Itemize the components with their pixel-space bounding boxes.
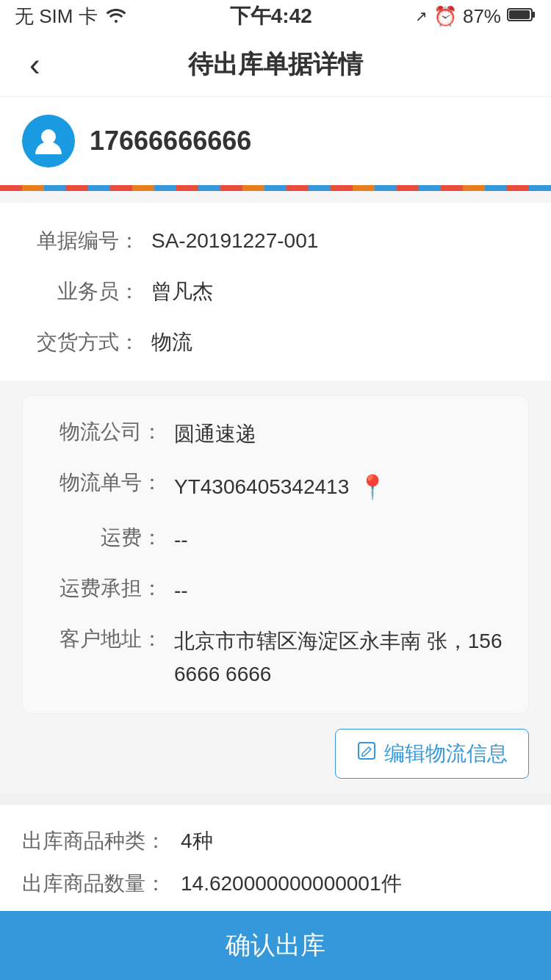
edit-logistics-button[interactable]: 编辑物流信息 [335,729,529,779]
battery-percentage: 87% [463,5,501,28]
freight-label: 运费： [45,524,162,552]
edit-icon [356,741,377,766]
confirm-button-label: 确认出库 [226,931,325,959]
alarm-icon: ⏰ [433,5,457,28]
status-left: 无 SIM 卡 [15,4,127,29]
page-title: 待出库单据详情 [188,48,363,82]
svg-rect-4 [359,743,375,759]
nav-bar: ‹ 待出库单据详情 [0,32,551,97]
customer-phone: 17666666666 [90,126,251,156]
location-indicator: ↗ [415,7,428,25]
types-value: 4种 [181,827,213,855]
sim-label: 无 SIM 卡 [15,4,98,29]
section-divider [0,793,551,805]
document-number-label: 单据编号： [22,225,140,258]
document-number-row: 单据编号： SA-20191227-001 [22,225,529,258]
customer-header: 17666666666 [0,97,551,185]
status-bar: 无 SIM 卡 下午4:42 ↗ ⏰ 87% [0,0,551,32]
address-label: 客户地址： [45,625,162,653]
freight-bearer-row: 运费承担： -- [45,574,506,608]
edit-logistics-label: 编辑物流信息 [384,740,508,768]
freight-bearer-value: -- [174,574,506,608]
quantity-label: 出库商品数量： [22,870,169,898]
colorful-divider [0,185,551,191]
freight-row: 运费： -- [45,524,506,557]
logistics-tracking-row: 物流单号： YT4306405342413 📍 [45,469,506,506]
edit-logistics-area: 编辑物流信息 [22,729,529,779]
logistics-tracking-label: 物流单号： [45,469,162,497]
types-label: 出库商品种类： [22,827,169,855]
tracking-number: YT4306405342413 [174,471,349,504]
salesperson-value: 曾凡杰 [151,275,529,309]
confirm-button-area[interactable]: 确认出库 [0,911,551,980]
logistics-card: 物流公司： 圆通速递 物流单号： YT4306405342413 📍 运费： -… [22,395,529,713]
address-value: 北京市市辖区海淀区永丰南 张，156 6666 6666 [174,625,506,691]
freight-bearer-label: 运费承担： [45,574,162,602]
document-info: 单据编号： SA-20191227-001 业务员： 曾凡杰 交货方式： 物流 [0,203,551,381]
freight-value: -- [174,524,506,557]
back-button[interactable]: ‹ [22,39,48,90]
logistics-company-label: 物流公司： [45,418,162,446]
svg-rect-1 [532,12,535,18]
types-row: 出库商品种类： 4种 [22,827,529,855]
salesperson-row: 业务员： 曾凡杰 [22,275,529,309]
battery-icon [507,5,536,28]
status-time: 下午4:42 [230,2,312,30]
status-right: ↗ ⏰ 87% [415,5,536,28]
wifi-icon [105,5,127,28]
document-number-value: SA-20191227-001 [151,225,529,258]
svg-rect-2 [509,10,530,19]
stats-section: 出库商品种类： 4种 出库商品数量： 14.620000000000001件 [0,805,551,920]
delivery-row: 交货方式： 物流 [22,326,529,359]
logistics-tracking-value: YT4306405342413 📍 [174,469,506,506]
quantity-value: 14.620000000000001件 [181,870,402,898]
salesperson-label: 业务员： [22,275,140,309]
quantity-row: 出库商品数量： 14.620000000000001件 [22,870,529,898]
location-pin-icon[interactable]: 📍 [358,469,387,506]
logistics-company-value: 圆通速递 [174,418,506,451]
delivery-value: 物流 [151,326,529,359]
address-row: 客户地址： 北京市市辖区海淀区永丰南 张，156 6666 6666 [45,625,506,691]
logistics-company-row: 物流公司： 圆通速递 [45,418,506,451]
avatar [22,115,75,167]
delivery-label: 交货方式： [22,326,140,359]
